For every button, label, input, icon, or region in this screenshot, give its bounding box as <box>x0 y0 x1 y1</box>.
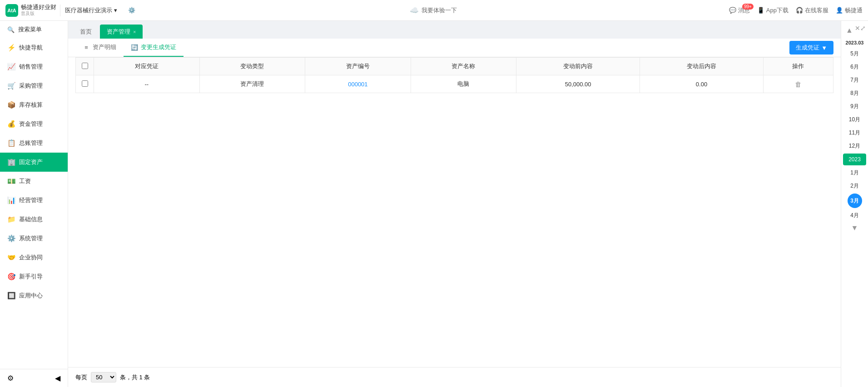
home-label: 首页 <box>80 28 92 35</box>
sidebar-label-sales: 销售管理 <box>19 63 43 71</box>
month-2023-4[interactable]: 4月 <box>841 209 868 222</box>
header-right: 💬 消息 99+ 📱 App下载 🎧 在线客服 👤 畅捷通 <box>729 6 863 15</box>
logo-area: AtA 畅捷通好业财 普及版 <box>5 4 56 17</box>
experience-btn[interactable]: 我要体验一下 <box>422 6 457 15</box>
row-asset-name: 电脑 <box>411 75 516 93</box>
user-item[interactable]: 👤 畅捷通 <box>836 6 863 15</box>
sidebar-item-search[interactable]: 🔍 搜索菜单 <box>0 21 68 38</box>
content-area: 首页 资产管理 × ≡ 资产明细 🔄 变更生成凭证 <box>68 21 841 387</box>
search-label: 搜索菜单 <box>18 25 42 34</box>
logo-text-block: 畅捷通好业财 普及版 <box>21 4 56 17</box>
month-2023-1[interactable]: 1月 <box>841 166 868 179</box>
month-6[interactable]: 6月 <box>841 60 868 74</box>
sidebar-item-inventory[interactable]: 📦 库存核算 <box>0 95 68 114</box>
sidebar-label-basic-info: 基础信息 <box>19 215 43 223</box>
per-page-select[interactable]: 50 10 20 100 <box>91 372 116 382</box>
month-8[interactable]: 8月 <box>841 87 868 100</box>
header-left: AtA 畅捷通好业财 普及版 医疗器械行业演示 ▾ ⚙️ <box>5 4 138 17</box>
sidebar-item-enterprise[interactable]: 🤝 企业协同 <box>0 248 68 267</box>
logo-text: 畅捷通好业财 <box>21 4 56 11</box>
tab-asset-management[interactable]: 资产管理 × <box>100 25 143 39</box>
main-layout: 🔍 搜索菜单 ⚡ 快捷导航 📈 销售管理 🛒 采购管理 📦 库存核算 💰 <box>0 21 868 387</box>
th-before-content: 变动前内容 <box>516 58 640 75</box>
panel-close-area: ▲ ✕ ⤢ <box>841 23 868 38</box>
app-download-item[interactable]: 📱 App下载 <box>757 6 789 15</box>
tab-close-icon[interactable]: × <box>133 29 136 35</box>
sidebar-item-fixed-assets[interactable]: 🏢 固定资产 <box>0 153 68 172</box>
sidebar-item-payroll[interactable]: 💵 工资 <box>0 172 68 191</box>
logo-icon: AtA <box>5 4 18 17</box>
th-checkbox <box>76 58 94 75</box>
app-icon: 🔲 <box>7 292 15 300</box>
sidebar-item-basic-info[interactable]: 📁 基础信息 <box>0 210 68 229</box>
delete-icon[interactable]: 🗑 <box>795 80 802 88</box>
month-5[interactable]: 5月 <box>841 47 868 60</box>
month-7[interactable]: 7月 <box>841 74 868 87</box>
panel-expand-icon[interactable]: ⤢ <box>860 25 866 36</box>
lightning-icon: ⚡ <box>7 44 15 52</box>
data-table: 对应凭证 变动类型 资产编号 资产名称 变动前内容 变动后内容 操作 <box>75 57 833 93</box>
th-asset-name: 资产名称 <box>411 58 516 75</box>
sidebar-item-ledger[interactable]: 📋 总账管理 <box>0 134 68 153</box>
footer-collapse-btn[interactable]: ◀ <box>55 374 60 382</box>
th-operation: 操作 <box>763 58 833 75</box>
month-9[interactable]: 9月 <box>841 100 868 113</box>
right-panel: ▲ ✕ ⤢ 2023.03 5月 6月 7月 8月 9月 10月 11月 12月… <box>841 21 868 387</box>
row-checkbox-cell <box>76 75 94 93</box>
settings-icon[interactable]: ⚙️ <box>125 4 138 17</box>
year-2023-label[interactable]: 2023 <box>843 154 866 165</box>
handshake-icon: 🤝 <box>7 253 15 262</box>
sidebar-item-sales[interactable]: 📈 销售管理 <box>0 57 68 76</box>
sidebar-item-funds[interactable]: 💰 资金管理 <box>0 114 68 134</box>
generate-btn-label: 生成凭证 <box>796 44 819 52</box>
sidebar-label-enterprise: 企业协同 <box>19 253 43 262</box>
company-name: 医疗器械行业演示 <box>65 6 112 15</box>
panel-down-arrow[interactable]: ▼ <box>849 222 860 234</box>
row-checkbox[interactable] <box>82 80 88 87</box>
sidebar-label-app-center: 应用中心 <box>19 292 43 300</box>
generate-voucher-button[interactable]: 生成凭证 ▼ <box>789 41 833 55</box>
sub-tab-asset-detail[interactable]: ≡ 资产明细 <box>75 39 124 57</box>
sub-tabs-row: ≡ 资产明细 🔄 变更生成凭证 生成凭证 ▼ <box>68 39 841 57</box>
sidebar-item-purchase[interactable]: 🛒 采购管理 <box>0 76 68 95</box>
th-asset-code: 资产编号 <box>305 58 411 75</box>
money-icon: 💰 <box>7 120 15 128</box>
tab-home[interactable]: 首页 <box>74 25 98 39</box>
sidebar-label-purchase: 采购管理 <box>19 82 43 90</box>
row-after-content: 0.00 <box>640 75 764 93</box>
panel-up-arrow[interactable]: ▲ <box>844 25 855 36</box>
payroll-icon: 💵 <box>7 177 15 185</box>
sidebar-label-quick-nav: 快捷导航 <box>19 44 43 52</box>
month-11[interactable]: 11月 <box>841 126 868 139</box>
sidebar-label-management: 经营管理 <box>19 196 43 204</box>
month-2023-3[interactable]: 3月 <box>848 194 862 208</box>
online-service-item[interactable]: 🎧 在线客服 <box>796 6 828 15</box>
sidebar-item-app-center[interactable]: 🔲 应用中心 <box>0 286 68 305</box>
table-body: -- 资产清理 000001 电脑 50,000.00 0.00 🗑 <box>76 75 833 93</box>
page-content: ≡ 资产明细 🔄 变更生成凭证 生成凭证 ▼ <box>68 39 841 387</box>
gear-icon: ⚙️ <box>7 234 15 243</box>
month-12[interactable]: 12月 <box>841 139 868 153</box>
message-item[interactable]: 💬 消息 99+ <box>729 6 750 15</box>
app-download-label: App下载 <box>766 6 789 15</box>
footer-settings-icon[interactable]: ⚙ <box>7 374 14 382</box>
sub-tab-generate-voucher[interactable]: 🔄 变更生成凭证 <box>124 39 184 57</box>
sidebar-item-management[interactable]: 📊 经营管理 <box>0 191 68 210</box>
per-page-label: 每页 <box>75 373 87 382</box>
month-2023-2[interactable]: 2月 <box>841 179 868 193</box>
th-change-type: 变动类型 <box>199 58 305 75</box>
search-icon: 🔍 <box>7 26 15 33</box>
select-all-checkbox[interactable] <box>82 63 88 69</box>
sidebar-item-system[interactable]: ⚙️ 系统管理 <box>0 229 68 248</box>
tabs-bar: 首页 资产管理 × <box>68 21 841 39</box>
sub-tab1-label: 资产明细 <box>93 43 116 51</box>
panel-close-icon[interactable]: ✕ <box>855 25 860 36</box>
company-selector[interactable]: 医疗器械行业演示 ▾ <box>60 5 122 16</box>
sidebar-label-payroll: 工资 <box>19 177 31 185</box>
sidebar-item-guide[interactable]: 🎯 新手引导 <box>0 267 68 286</box>
dropdown-arrow-icon: ▼ <box>821 45 827 51</box>
sidebar-item-quick-nav[interactable]: ⚡ 快捷导航 <box>0 38 68 57</box>
month-10[interactable]: 10月 <box>841 113 868 126</box>
month-2023-3-wrapper: 3月 <box>841 193 868 209</box>
th-voucher: 对应凭证 <box>94 58 200 75</box>
